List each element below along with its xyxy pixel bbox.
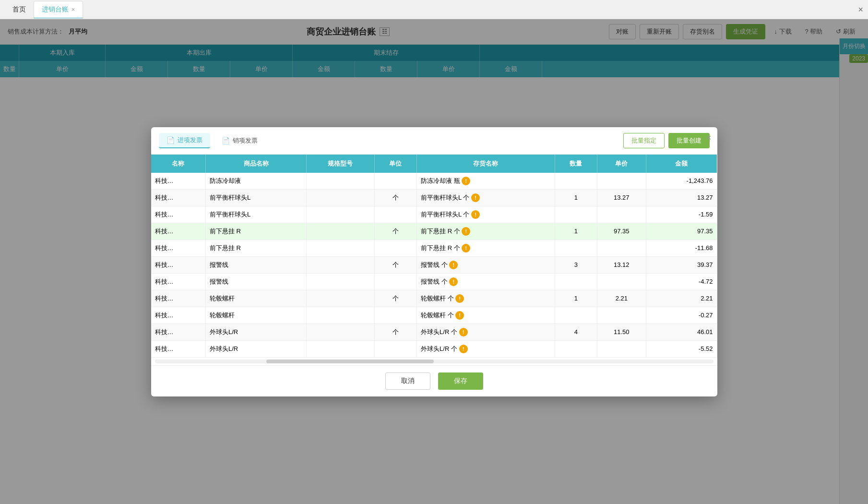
cell-amount: -11.68 [646, 240, 717, 256]
cell-name: 科技… [151, 273, 206, 290]
cell-unit [374, 173, 416, 190]
warning-icon: ! [462, 177, 470, 185]
cell-inventory: 报警线 个 ! [417, 273, 555, 290]
tab-input-invoice[interactable]: 📄 进项发票 [159, 133, 210, 148]
cell-inventory: 前下悬挂 R 个 ! [417, 240, 555, 256]
warning-icon: ! [471, 193, 480, 202]
cell-name: 科技… [151, 340, 206, 357]
cell-product: 轮毂螺杆 [206, 307, 307, 324]
cell-amount: 97.35 [646, 223, 717, 240]
cell-product: 外球头L/R [206, 324, 307, 340]
cell-amount: 13.27 [646, 189, 717, 206]
window-close-icon[interactable]: × [858, 4, 863, 14]
cell-amount: -4.72 [646, 273, 717, 290]
modal-dialog: 📄 进项发票 📄 销项发票 批量指定 批量创建 × [151, 127, 717, 396]
warning-icon: ! [459, 345, 468, 353]
table-row: 科技… 前平衡杆球头L 前平衡杆球头L 个 ! -1.59 [151, 206, 717, 223]
cell-product: 报警线 [206, 273, 307, 290]
col-unit: 单位 [374, 155, 416, 173]
cell-amount: 46.01 [646, 324, 717, 340]
cell-inventory: 轮毂螺杆 个 ! [417, 290, 555, 307]
cell-name: 科技… [151, 189, 206, 206]
cell-product: 前下悬挂 R [206, 223, 307, 240]
cell-product: 报警线 [206, 256, 307, 273]
cell-spec [307, 206, 375, 223]
table-row: 科技… 防冻冷却液 防冻冷却液 瓶 ! -1,243.76 [151, 173, 717, 190]
cell-unit-price [597, 173, 646, 190]
save-button[interactable]: 保存 [438, 372, 483, 390]
cell-name: 科技… [151, 173, 206, 190]
modal-header: 📄 进项发票 📄 销项发票 批量指定 批量创建 × [151, 127, 717, 155]
cell-unit [374, 340, 416, 357]
cell-unit-price [597, 273, 646, 290]
cell-quantity [555, 340, 597, 357]
cell-quantity: 1 [555, 223, 597, 240]
col-inventory: 存货名称 [417, 155, 555, 173]
cell-unit-price [597, 240, 646, 256]
cell-spec [307, 340, 375, 357]
scroll-thumb[interactable] [266, 360, 434, 363]
table-row: 科技… 报警线 个 报警线 个 ! 3 13.12 39.37 [151, 256, 717, 273]
cell-unit-price [597, 340, 646, 357]
batch-assign-button[interactable]: 批量指定 [623, 133, 665, 148]
table-row: 科技… 前平衡杆球头L 个 前平衡杆球头L 个 ! 1 13.27 13.27 [151, 189, 717, 206]
table-header-row: 名称 商品名称 规格型号 单位 存货名称 数量 单价 金额 [151, 155, 717, 173]
cell-name: 科技… [151, 240, 206, 256]
cell-inventory: 防冻冷却液 瓶 ! [417, 173, 555, 190]
cell-quantity [555, 206, 597, 223]
warning-icon: ! [462, 244, 470, 252]
cell-amount: -1,243.76 [646, 173, 717, 190]
cell-quantity: 1 [555, 290, 597, 307]
cell-spec [307, 223, 375, 240]
cell-spec [307, 240, 375, 256]
cell-spec [307, 189, 375, 206]
col-spec: 规格型号 [307, 155, 375, 173]
col-quantity: 数量 [555, 155, 597, 173]
cell-inventory: 轮毂螺杆 个 ! [417, 307, 555, 324]
tab-active[interactable]: 进销台账 × [34, 1, 83, 18]
col-amount: 金额 [646, 155, 717, 173]
warning-icon: ! [455, 294, 464, 303]
tab-close-icon[interactable]: × [71, 6, 75, 13]
cell-name: 科技… [151, 324, 206, 340]
cancel-button[interactable]: 取消 [385, 372, 430, 390]
warning-icon: ! [462, 227, 470, 236]
cell-name: 科技… [151, 206, 206, 223]
cell-unit: 个 [374, 256, 416, 273]
cell-amount: -5.52 [646, 340, 717, 357]
cell-unit-price: 2.21 [597, 290, 646, 307]
cell-inventory: 外球头L/R 个 ! [417, 324, 555, 340]
warning-icon: ! [449, 277, 458, 286]
modal-close-icon[interactable]: × [706, 133, 712, 143]
cell-product: 防冻冷却液 [206, 173, 307, 190]
cell-product: 前下悬挂 R [206, 240, 307, 256]
cell-name: 科技… [151, 307, 206, 324]
col-unit-price: 单价 [597, 155, 646, 173]
tab-output-invoice[interactable]: 📄 销项发票 [214, 133, 265, 148]
cell-unit: 个 [374, 223, 416, 240]
cell-inventory: 前平衡杆球头L 个 ! [417, 206, 555, 223]
cell-inventory: 外球头L/R 个 ! [417, 340, 555, 357]
cell-amount: 39.37 [646, 256, 717, 273]
cell-unit [374, 240, 416, 256]
table-row: 科技… 外球头L/R 个 外球头L/R 个 ! 4 11.50 46.01 [151, 324, 717, 340]
cell-quantity [555, 273, 597, 290]
cell-unit-price: 11.50 [597, 324, 646, 340]
tab-home[interactable]: 首页 [5, 1, 34, 18]
cell-unit: 个 [374, 324, 416, 340]
cell-amount: -0.27 [646, 307, 717, 324]
cell-product: 轮毂螺杆 [206, 290, 307, 307]
horizontal-scrollbar[interactable] [155, 360, 713, 363]
cell-unit [374, 273, 416, 290]
cell-name: 科技… [151, 223, 206, 240]
cell-name: 科技… [151, 256, 206, 273]
table-row: 科技… 前下悬挂 R 前下悬挂 R 个 ! -11.68 [151, 240, 717, 256]
cell-unit-price: 13.12 [597, 256, 646, 273]
batch-create-button[interactable]: 批量创建 [668, 133, 710, 148]
cell-quantity [555, 307, 597, 324]
warning-icon: ! [459, 328, 468, 336]
cell-unit-price [597, 307, 646, 324]
cell-inventory: 前下悬挂 R 个 ! [417, 223, 555, 240]
cell-spec [307, 307, 375, 324]
cell-spec [307, 256, 375, 273]
